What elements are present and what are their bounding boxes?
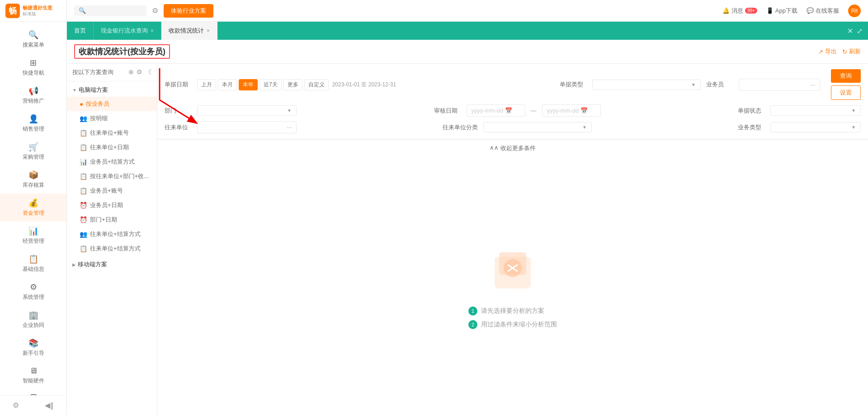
- preset-this-year[interactable]: 本年: [239, 79, 258, 90]
- tab-collection-stats[interactable]: 收款情况统计 ×: [161, 22, 217, 40]
- logo-text: 畅捷通好生意 标准版: [23, 5, 52, 17]
- sidebar-item-purchase[interactable]: 🛒 采购管理: [0, 137, 66, 165]
- audit-date-start-text: yyyy-mm-dd: [472, 107, 504, 114]
- topbar-search[interactable]: 🔍: [74, 5, 146, 16]
- partner-category-arrow-icon: ▼: [582, 125, 587, 130]
- dept-select[interactable]: ▼: [197, 105, 297, 116]
- tabbar-right: ✕ ⤢: [847, 27, 868, 35]
- user-avatar[interactable]: Rit: [848, 5, 861, 17]
- tree-mobile-label: 移动端方案: [78, 260, 107, 269]
- scheme-label-salesperson-account: 业务员+账号: [90, 187, 123, 195]
- tree-arrow-desktop: ▼: [72, 88, 77, 93]
- scheme-partner-dept-collect[interactable]: 📋 按往来单位+部门+收...: [67, 169, 157, 184]
- trial-button[interactable]: 体验行业方案: [164, 4, 213, 18]
- audit-date-end[interactable]: yyyy-mm-dd 📅: [542, 104, 601, 117]
- doc-status-arrow-icon: ▼: [851, 108, 856, 113]
- preset-last-month[interactable]: 上月: [197, 79, 216, 90]
- partner-dept-icon: 📋: [80, 173, 87, 180]
- message-badge: 99+: [745, 8, 757, 14]
- detail-scheme-icon: 👥: [80, 115, 87, 122]
- tab-collection-stats-close[interactable]: ×: [207, 28, 210, 34]
- scheme-label-detail: 按明细: [90, 114, 108, 123]
- settings-button[interactable]: 设置: [831, 85, 861, 100]
- sidebar: 畅 畅捷通好生意 标准版 🔍 搜索菜单 ⊞ 快捷导航 📢 营销推广 👤 销: [0, 0, 67, 415]
- newbie-icon: 📚: [28, 338, 38, 348]
- query-button[interactable]: 查询: [831, 69, 861, 83]
- audit-date-start[interactable]: yyyy-mm-dd 📅: [467, 104, 525, 117]
- topbar: 🔍 ⚙ 体验行业方案 🔔 消息 99+ 📱 App下载 💬 在: [67, 0, 868, 22]
- collapse-more-bar[interactable]: ∧∧ 收起更多条件: [157, 139, 868, 157]
- tree-desktop-label: 电脑端方案: [79, 86, 108, 94]
- sidebar-item-marketing[interactable]: 📢 营销推广: [0, 81, 66, 109]
- topbar-left: 🔍 ⚙ 体验行业方案: [74, 4, 213, 18]
- sidebar-item-search-menu[interactable]: 🔍 搜索菜单: [0, 25, 66, 53]
- sidebar-item-enterprise[interactable]: 🏢 企业协同: [0, 306, 66, 334]
- quick-nav-icon: ⊞: [30, 58, 37, 68]
- message-icon: 🔔: [722, 7, 730, 14]
- scheme-partner-settlement2[interactable]: 📋 往来单位+结算方式: [67, 241, 157, 256]
- tree-parent-desktop[interactable]: ▼ 电脑端方案: [67, 83, 157, 97]
- hardware-icon: 🖥: [29, 366, 38, 376]
- sidebar-item-sales[interactable]: 👤 销售管理: [0, 109, 66, 137]
- partner-category-select[interactable]: ▼: [483, 122, 592, 132]
- sidebar-item-newbie[interactable]: 📚 新手引导: [0, 334, 66, 362]
- scheme-dept-date[interactable]: ⏰ 部门+日期: [67, 212, 157, 227]
- scheme-partner-settlement1[interactable]: 👥 往来单位+结算方式: [67, 227, 157, 241]
- app-download-button[interactable]: 📱 App下载: [766, 7, 797, 15]
- collapse-sidebar-icon[interactable]: ◀‖: [45, 401, 54, 410]
- scheme-salesperson-date[interactable]: ⏰ 业务员+日期: [67, 198, 157, 212]
- scheme-salesperson-account[interactable]: 📋 业务员+账号: [67, 184, 157, 198]
- tree-parent-mobile[interactable]: ▶ 移动端方案: [67, 258, 157, 271]
- preset-custom[interactable]: 自定义: [304, 79, 329, 90]
- partner-account-icon: 📋: [80, 129, 87, 137]
- collapse-label: 收起更多条件: [500, 144, 536, 152]
- refresh-button[interactable]: ↻ 刷新: [842, 47, 861, 56]
- system-icon: ⚙: [30, 282, 37, 292]
- settings-bottom-icon[interactable]: ⚙: [13, 401, 19, 410]
- collapse-icon: ∧∧: [490, 144, 499, 152]
- preset-this-month[interactable]: 本月: [218, 79, 237, 90]
- sidebar-item-basic-info[interactable]: 📋 基础信息: [0, 250, 66, 278]
- empty-step-2: 2 用过滤条件来缩小分析范围: [468, 320, 557, 329]
- dept-label: 部门: [165, 107, 192, 115]
- partner-dots-icon: ···: [287, 124, 292, 131]
- sidebar-item-hardware[interactable]: 🖥 智能硬件: [0, 362, 66, 389]
- collapse-panel-icon[interactable]: 《: [145, 68, 151, 76]
- export-button[interactable]: ↗ 导出: [818, 47, 837, 56]
- scheme-partner-date[interactable]: 📋 往来单位+日期: [67, 140, 157, 155]
- tab-bank-flow-close[interactable]: ×: [151, 28, 154, 34]
- scheme-label-salesperson: 按业务员: [86, 100, 109, 108]
- tab-home-label: 首页: [74, 27, 86, 35]
- scheme-partner-account[interactable]: 📋 往来单位+账号: [67, 126, 157, 140]
- scheme-by-salesperson[interactable]: ● 按业务员: [67, 97, 157, 111]
- tab-close-all-icon[interactable]: ✕: [847, 27, 853, 35]
- tab-home[interactable]: 首页: [67, 22, 94, 40]
- online-service-button[interactable]: 💬 在线客服: [807, 7, 839, 15]
- search-menu-icon: 🔍: [28, 30, 38, 40]
- filter-row-2: 部门 ▼ 审核日期 yyyy-mm-dd 📅 —: [165, 104, 861, 117]
- add-scheme-icon[interactable]: ⊕: [128, 68, 134, 76]
- scheme-by-detail[interactable]: 👥 按明细: [67, 111, 157, 126]
- sidebar-item-system[interactable]: ⚙ 系统管理: [0, 278, 66, 306]
- sidebar-item-wechat[interactable]: 💬 企业微信: [0, 389, 66, 395]
- biz-type-select[interactable]: ▼: [770, 122, 861, 132]
- topbar-right: 🔔 消息 99+ 📱 App下载 💬 在线客服 Rit: [722, 5, 861, 17]
- partner-select[interactable]: ···: [197, 121, 297, 133]
- sidebar-item-quick-nav[interactable]: ⊞ 快捷导航: [0, 53, 66, 81]
- partner-category-label: 往来单位分类: [443, 123, 478, 132]
- sidebar-item-inventory[interactable]: 📦 库存核算: [0, 165, 66, 193]
- gear-scheme-icon[interactable]: ⚙: [137, 68, 142, 76]
- scheme-salesperson-settlement[interactable]: 📊 业务员+结算方式: [67, 155, 157, 169]
- doc-status-select[interactable]: ▼: [770, 105, 861, 116]
- sidebar-item-operations[interactable]: 📊 经营管理: [0, 222, 66, 250]
- salesperson-select[interactable]: ···: [739, 79, 820, 91]
- doc-type-select[interactable]: ▼: [592, 80, 701, 90]
- preset-more[interactable]: 更多: [283, 79, 302, 90]
- message-button[interactable]: 🔔 消息 99+: [722, 7, 757, 15]
- tab-expand-icon[interactable]: ⤢: [857, 27, 863, 35]
- salesperson-settlement-icon: 📊: [80, 158, 87, 165]
- topbar-gear-icon[interactable]: ⚙: [152, 6, 158, 15]
- preset-7days[interactable]: 近7天: [259, 79, 282, 90]
- sidebar-item-capital[interactable]: 💰 资金管理: [0, 193, 66, 222]
- tab-bank-flow[interactable]: 现金银行流水查询 ×: [94, 22, 161, 40]
